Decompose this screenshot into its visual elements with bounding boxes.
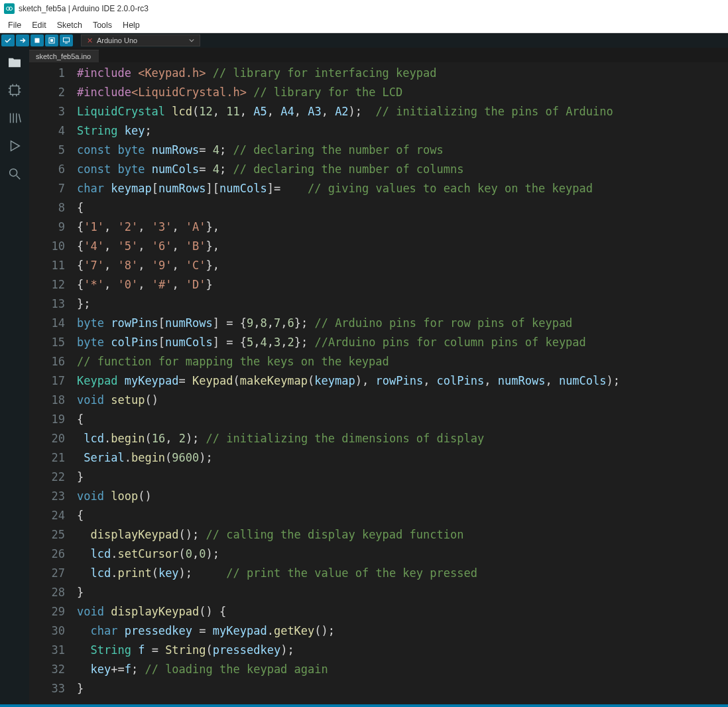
board-selector[interactable]: ✕ Arduino Uno — [81, 34, 200, 46]
code-line[interactable]: String key; — [77, 121, 728, 141]
code-line[interactable]: {'4', '5', '6', 'B'}, — [77, 237, 728, 256]
svg-rect-4 — [50, 39, 53, 42]
code-line[interactable]: void displayKeypad() { — [77, 602, 728, 621]
line-number: 2 — [29, 83, 65, 102]
line-number: 7 — [29, 179, 65, 198]
code-line[interactable]: const byte numCols= 4; // declaring the … — [77, 160, 728, 179]
menu-help[interactable]: Help — [117, 19, 145, 32]
svg-marker-19 — [11, 141, 20, 151]
chevron-down-icon — [189, 36, 194, 44]
line-number: 8 — [29, 198, 65, 218]
library-manager-icon[interactable] — [5, 109, 24, 127]
folder-icon[interactable] — [5, 53, 24, 72]
code-line[interactable]: Serial.begin(9600); — [77, 448, 728, 468]
board-name: Arduino Uno — [97, 36, 137, 44]
app-icon — [4, 3, 15, 14]
code-line[interactable]: } — [77, 679, 728, 698]
line-number: 19 — [29, 410, 65, 429]
code-line[interactable]: {'1', '2', '3', 'A'}, — [77, 218, 728, 237]
line-number: 4 — [29, 121, 65, 141]
code-line[interactable]: byte colPins[numCols] = {5,4,3,2}; //Ard… — [77, 333, 728, 352]
toolbar: ✕ Arduino Uno — [0, 33, 728, 48]
line-number: 27 — [29, 564, 65, 583]
line-number: 16 — [29, 352, 65, 371]
line-number: 5 — [29, 141, 65, 160]
code-line[interactable]: // function for mapping the keys on the … — [77, 352, 728, 371]
line-number: 17 — [29, 371, 65, 391]
window-titlebar: sketch_feb5a | Arduino IDE 2.0.0-rc3 — [0, 0, 728, 17]
menu-edit[interactable]: Edit — [27, 19, 52, 32]
code-line[interactable]: #include <Keypad.h> // library for inter… — [77, 64, 728, 83]
activity-bar — [0, 48, 29, 704]
line-number: 10 — [29, 237, 65, 256]
upload-button[interactable] — [16, 34, 29, 46]
code-line[interactable]: {'7', '8', '9', 'C'}, — [77, 256, 728, 275]
code-line[interactable]: displayKeypad(); // calling the display … — [77, 525, 728, 545]
board-manager-icon[interactable] — [5, 81, 24, 99]
line-number: 18 — [29, 391, 65, 410]
code-line[interactable]: lcd.print(key); // print the value of th… — [77, 564, 728, 583]
debug-sidebar-icon[interactable] — [5, 137, 24, 155]
code-line[interactable]: lcd.begin(16, 2); // initializing the di… — [77, 429, 728, 448]
code-line[interactable]: } — [77, 468, 728, 487]
code-line[interactable]: char keymap[numRows][numCols]= // giving… — [77, 179, 728, 198]
code-editor[interactable]: 1234567891011121314151617181920212223242… — [29, 62, 728, 704]
line-number: 14 — [29, 314, 65, 333]
monitor-button[interactable] — [60, 34, 73, 46]
code-line[interactable]: void loop() — [77, 487, 728, 506]
svg-line-18 — [19, 114, 21, 123]
code-line[interactable]: lcd.setCursor(0,0); — [77, 545, 728, 564]
line-number: 31 — [29, 641, 65, 660]
svg-line-21 — [17, 176, 21, 180]
line-number: 32 — [29, 660, 65, 679]
status-bar — [0, 704, 728, 707]
search-icon[interactable] — [5, 164, 24, 183]
line-gutter: 1234567891011121314151617181920212223242… — [29, 62, 77, 704]
line-number: 15 — [29, 333, 65, 352]
tab-file[interactable]: sketch_feb5a.ino — [29, 50, 99, 62]
menubar: File Edit Sketch Tools Help — [0, 17, 728, 33]
menu-sketch[interactable]: Sketch — [52, 19, 88, 32]
line-number: 3 — [29, 102, 65, 121]
line-number: 11 — [29, 256, 65, 275]
line-number: 1 — [29, 64, 65, 83]
svg-rect-2 — [35, 38, 40, 43]
tab-label: sketch_feb5a.ino — [36, 52, 91, 60]
line-number: 24 — [29, 506, 65, 525]
code-content[interactable]: #include <Keypad.h> // library for inter… — [77, 62, 728, 704]
line-number: 22 — [29, 468, 65, 487]
code-line[interactable]: #include<LiquidCrystal.h> // library for… — [77, 83, 728, 102]
line-number: 33 — [29, 679, 65, 698]
menu-file[interactable]: File — [3, 19, 27, 32]
code-line[interactable]: String f = String(pressedkey); — [77, 641, 728, 660]
debug-button[interactable] — [30, 34, 44, 46]
code-line[interactable]: const byte numRows= 4; // declaring the … — [77, 141, 728, 160]
code-line[interactable]: byte rowPins[numRows] = {9,8,7,6}; // Ar… — [77, 314, 728, 333]
plotter-button[interactable] — [45, 34, 58, 46]
line-number: 21 — [29, 448, 65, 468]
board-disconnected-icon: ✕ — [87, 36, 93, 45]
code-line[interactable]: char pressedkey = myKeypad.getKey(); — [77, 621, 728, 641]
svg-rect-5 — [64, 38, 70, 42]
verify-button[interactable] — [1, 34, 15, 46]
svg-rect-6 — [11, 86, 19, 95]
line-number: 20 — [29, 429, 65, 448]
line-number: 30 — [29, 621, 65, 641]
code-line[interactable]: { — [77, 410, 728, 429]
code-line[interactable]: void setup() — [77, 391, 728, 410]
code-line[interactable]: key+=f; // loading the keypad again — [77, 660, 728, 679]
code-line[interactable]: LiquidCrystal lcd(12, 11, A5, A4, A3, A2… — [77, 102, 728, 121]
line-number: 12 — [29, 275, 65, 294]
code-line[interactable]: Keypad myKeypad= Keypad(makeKeymap(keyma… — [77, 371, 728, 391]
code-line[interactable]: { — [77, 506, 728, 525]
code-line[interactable]: {'*', '0', '#', 'D'} — [77, 275, 728, 294]
code-line[interactable]: }; — [77, 294, 728, 314]
line-number: 13 — [29, 294, 65, 314]
line-number: 9 — [29, 218, 65, 237]
tab-bar: sketch_feb5a.ino — [29, 48, 728, 62]
code-line[interactable]: { — [77, 198, 728, 218]
code-line[interactable]: } — [77, 583, 728, 602]
menu-tools[interactable]: Tools — [88, 19, 117, 32]
line-number: 6 — [29, 160, 65, 179]
svg-point-20 — [10, 169, 17, 176]
